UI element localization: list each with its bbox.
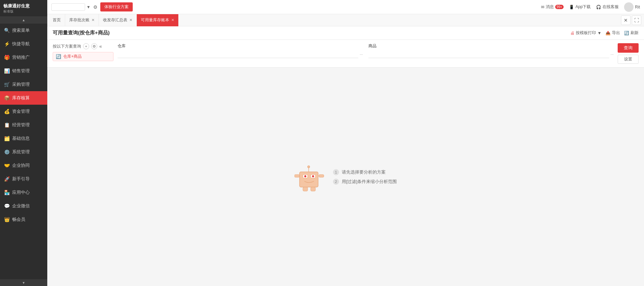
tab-available[interactable]: 可用量库存账本 ✕: [137, 14, 179, 26]
main-content: ▼ ⚙ 体验行业方案 ✉ 消息 99+ 📱 App下载 🎧 在线客服 Rit: [47, 0, 644, 286]
tab-summary-label: 收发存汇总表: [103, 17, 127, 23]
filter-scheme-item[interactable]: 🔄 仓库+商品: [53, 52, 113, 61]
tab-available-label: 可用量库存账本: [141, 17, 169, 23]
sidebar-item-shortcut[interactable]: ⚡ 快捷导航: [0, 37, 47, 51]
search-input[interactable]: [51, 3, 85, 11]
goods-label: 商品: [368, 43, 614, 49]
filter-collapse-icon[interactable]: «: [99, 44, 102, 49]
industry-solution-button[interactable]: 体验行业方案: [100, 2, 133, 11]
tabs-bar: 首页 库存批次账 ✕ 收发存汇总表 ✕ 可用量库存账本 ✕ ✕ ⛶: [47, 14, 644, 26]
sidebar-item-label: 资金管理: [12, 108, 30, 114]
guide-icon: 🚀: [4, 176, 9, 182]
filter-add-button[interactable]: +: [83, 43, 89, 49]
print-dropdown-icon[interactable]: ▼: [597, 31, 601, 35]
tab-expand-button[interactable]: ⛶: [632, 16, 641, 25]
svg-rect-10: [311, 187, 315, 191]
warehouse-more-button[interactable]: ···: [360, 52, 363, 56]
sidebar-item-label: 库存核算: [12, 95, 30, 101]
tip-text-2: 用[过滤]条件来缩小分析范围: [342, 179, 397, 185]
refresh-button[interactable]: 🔄 刷新: [624, 30, 639, 36]
export-label: 导出: [612, 30, 620, 36]
sidebar-item-sales[interactable]: 📊 销售管理: [0, 64, 47, 78]
tab-available-close[interactable]: ✕: [171, 18, 174, 22]
sidebar-item-cooperation[interactable]: 🤝 企业协同: [0, 159, 47, 172]
goods-input[interactable]: [368, 50, 609, 58]
empty-state: 1 请先选择要分析的方案 2 用[过滤]条件来缩小分析范围: [294, 162, 397, 192]
sidebar-item-inventory[interactable]: 📦 库存核算: [0, 91, 47, 105]
topbar: ▼ ⚙ 体验行业方案 ✉ 消息 99+ 📱 App下载 🎧 在线客服 Rit: [47, 0, 644, 14]
filter-settings-button[interactable]: ⚙: [91, 43, 97, 49]
sidebar-item-search[interactable]: 🔍 搜索菜单: [0, 24, 47, 37]
message-label: 消息: [546, 4, 554, 10]
empty-tip-1: 1 请先选择要分析的方案: [333, 169, 397, 175]
sidebar-item-label: 系统管理: [12, 149, 30, 155]
content-area: 1 请先选择要分析的方案 2 用[过滤]条件来缩小分析范围: [47, 68, 644, 286]
sidebar-item-label: 搜索菜单: [12, 27, 30, 33]
sidebar-scroll-up[interactable]: ▲: [0, 17, 47, 24]
tab-close-button[interactable]: ✕: [621, 16, 630, 25]
sidebar-item-label: 企业协同: [12, 162, 30, 168]
logo-sub: 标准版: [3, 9, 44, 14]
refresh-label: 刷新: [630, 30, 639, 36]
sidebar-item-wechat[interactable]: 💬 企业微信: [0, 199, 47, 213]
filter-label: 按以下方案查询 + ⚙ «: [53, 43, 113, 49]
print-label: 按模板打印: [576, 30, 596, 36]
tab-home-label: 首页: [53, 17, 61, 23]
refresh-icon: 🔄: [624, 31, 629, 35]
svg-rect-7: [294, 175, 300, 177]
tab-batch-label: 库存批次账: [69, 17, 89, 23]
sidebar-item-basic[interactable]: 🗂️ 基础信息: [0, 132, 47, 145]
sidebar-item-marketing[interactable]: 🎁 营销推广: [0, 51, 47, 64]
svg-rect-0: [300, 172, 318, 187]
scheme-label: 仓库+商品: [63, 54, 82, 59]
sidebar-item-finance[interactable]: 💰 资金管理: [0, 105, 47, 118]
sidebar-item-apps[interactable]: 🏪 应用中心: [0, 186, 47, 199]
tab-batch-close[interactable]: ✕: [92, 18, 95, 22]
scheme-icon: 🔄: [56, 54, 61, 59]
topbar-gear-icon[interactable]: ⚙: [93, 4, 98, 10]
empty-state-icon: [294, 162, 325, 192]
user-profile[interactable]: Rit: [624, 2, 640, 12]
marketing-icon: 🎁: [4, 55, 9, 60]
tab-home[interactable]: 首页: [49, 14, 65, 26]
shortcut-icon: ⚡: [4, 41, 9, 47]
goods-more-button[interactable]: ···: [611, 52, 614, 56]
online-service-label: 在线客服: [602, 4, 619, 10]
finance-icon: 💰: [4, 109, 9, 114]
print-button[interactable]: 🖨 按模板打印 ▼: [570, 30, 601, 36]
sidebar-item-vip[interactable]: 👑 畅会员: [0, 213, 47, 226]
cooperation-icon: 🤝: [4, 163, 9, 168]
sidebar-item-label: 营销推广: [12, 54, 30, 60]
search-menu-icon: 🔍: [4, 28, 9, 33]
wechat-icon: 💬: [4, 203, 9, 209]
sidebar-item-purchase[interactable]: 🛒 采购管理: [0, 78, 47, 91]
tab-summary-close[interactable]: ✕: [129, 18, 132, 22]
message-action[interactable]: ✉ 消息 99+: [541, 4, 564, 10]
settings-button[interactable]: 设置: [618, 55, 639, 64]
system-icon: ⚙️: [4, 149, 9, 155]
app-download-action[interactable]: 📱 App下载: [569, 4, 591, 10]
sidebar-item-label: 应用中心: [12, 189, 30, 196]
export-button[interactable]: 📤 导出: [606, 30, 620, 36]
search-dropdown-icon[interactable]: ▼: [86, 5, 91, 9]
sidebar-item-system[interactable]: ⚙️ 系统管理: [0, 145, 47, 159]
tab-batch[interactable]: 库存批次账 ✕: [65, 14, 99, 26]
online-service-action[interactable]: 🎧 在线客服: [596, 4, 619, 10]
query-button[interactable]: 查询: [618, 43, 639, 53]
inventory-icon: 📦: [4, 95, 9, 101]
sidebar-item-operation[interactable]: 📋 经营管理: [0, 118, 47, 132]
warehouse-label: 仓库: [118, 43, 363, 49]
sidebar-item-guide[interactable]: 🚀 新手引导: [0, 172, 47, 186]
apps-icon: 🏪: [4, 190, 9, 195]
sidebar-item-label: 采购管理: [12, 81, 30, 87]
page-header-actions: 🖨 按模板打印 ▼ 📤 导出 🔄 刷新: [570, 30, 639, 36]
app-download-icon: 📱: [569, 5, 574, 9]
warehouse-filter-field: 仓库 ···: [118, 43, 363, 58]
sidebar-scroll-down[interactable]: ▼: [0, 279, 47, 286]
tab-summary[interactable]: 收发存汇总表 ✕: [99, 14, 137, 26]
app-download-label: App下载: [575, 4, 591, 10]
topbar-search-area: ▼: [51, 3, 91, 11]
username-label: Rit: [635, 5, 640, 9]
warehouse-input[interactable]: [118, 50, 358, 58]
svg-point-3: [304, 175, 306, 177]
